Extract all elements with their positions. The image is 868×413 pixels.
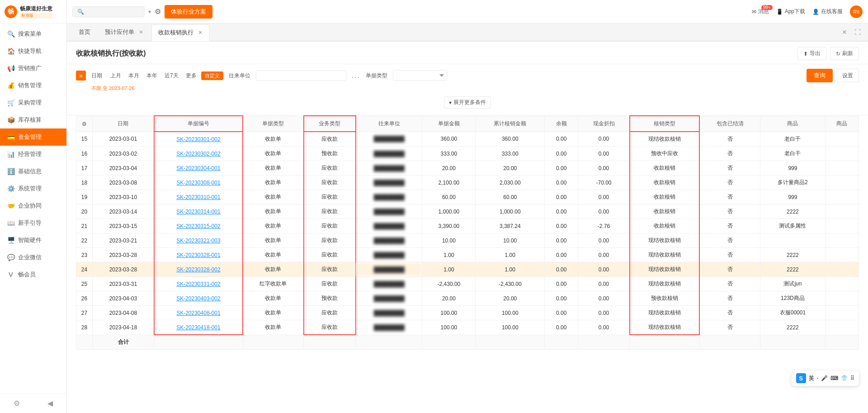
header-gear-icon[interactable]: ⚙ xyxy=(155,7,161,16)
table-cell[interactable]: 应收款 xyxy=(304,204,356,219)
table-cell[interactable]: 预收款 xyxy=(304,147,356,161)
doc-link[interactable]: SK-20230408-001 xyxy=(176,310,220,316)
table-cell[interactable]: SK-20230315-002 xyxy=(154,219,243,233)
table-cell[interactable]: 收款核销 xyxy=(630,219,700,233)
sidebar-item-marketing[interactable]: 📢营销推广 xyxy=(0,60,66,77)
table-cell[interactable]: SK-20230328-001 xyxy=(154,248,243,262)
table-cell[interactable]: 现结收款核销 xyxy=(630,306,700,320)
table-cell[interactable]: 应收款 xyxy=(304,306,356,320)
filter-date-more[interactable]: 更多 xyxy=(183,71,199,81)
filter-custom-btn[interactable]: 自定义 xyxy=(201,71,223,80)
expand-more-btn[interactable]: ▾ 展开更多条件 xyxy=(444,96,491,109)
table-cell[interactable]: SK-20230314-001 xyxy=(154,204,243,219)
table-cell[interactable]: 现结收款核销 xyxy=(630,320,700,335)
table-cell[interactable]: 现结收款核销 xyxy=(630,262,700,277)
service-action[interactable]: 👤 在线客服 xyxy=(812,8,843,15)
doc-link[interactable]: SK-20230308-001 xyxy=(176,180,220,186)
tab-prepay[interactable]: 预计应付单 ✕ xyxy=(99,24,150,41)
table-cell[interactable]: SK-20230302-002 xyxy=(154,147,243,161)
sidebar-item-wechat[interactable]: 💬企业微信 xyxy=(0,249,66,266)
doc-link[interactable]: SK-20230328-001 xyxy=(176,252,220,258)
table-cell[interactable]: 应收款 xyxy=(304,190,356,204)
table-cell[interactable]: SK-20230408-001 xyxy=(154,306,243,320)
tab-home[interactable]: 首页 xyxy=(72,24,97,40)
table-cell[interactable]: 收款核销 xyxy=(630,161,700,176)
doc-link[interactable]: SK-20230418-001 xyxy=(176,324,220,331)
table-cell[interactable]: SK-20230321-003 xyxy=(154,233,243,248)
doc-link[interactable]: SK-20230321-003 xyxy=(176,237,220,244)
filter-toggle-btn[interactable]: » xyxy=(76,71,86,81)
filter-date-this-month[interactable]: 本月 xyxy=(126,71,142,81)
sidebar-item-purchase[interactable]: 🛒采购管理 xyxy=(0,94,66,111)
filter-date-last-month[interactable]: 上月 xyxy=(108,71,124,81)
filter-party-input[interactable] xyxy=(256,70,346,81)
message-action[interactable]: ✉ 消息 99+ xyxy=(752,8,769,15)
table-cell[interactable]: 预收款核销 xyxy=(630,291,700,306)
table-cell[interactable]: 收款核销 xyxy=(630,190,700,204)
doc-link[interactable]: SK-20230331-002 xyxy=(176,281,220,287)
query-button[interactable]: 查询 xyxy=(807,69,833,82)
table-cell[interactable]: 应收款 xyxy=(304,233,356,248)
table-cell[interactable]: 应收款 xyxy=(304,132,356,147)
table-cell[interactable]: SK-20230418-001 xyxy=(154,320,243,335)
table-cell[interactable]: 应收款 xyxy=(304,262,356,277)
table-cell[interactable]: SK-20230304-001 xyxy=(154,161,243,176)
table-cell[interactable]: SK-20230328-002 xyxy=(154,262,243,277)
table-cell[interactable]: 现结收款核销 xyxy=(630,248,700,262)
doc-link[interactable]: SK-20230301-002 xyxy=(176,136,220,142)
doc-link[interactable]: SK-20230403-002 xyxy=(176,295,220,302)
collapse-icon[interactable]: ◀ xyxy=(44,397,57,409)
sidebar-item-member[interactable]: V畅会员 xyxy=(0,266,66,283)
table-cell[interactable]: 应收款 xyxy=(304,277,356,291)
table-cell[interactable]: 应收款 xyxy=(304,161,356,176)
filter-date-7days[interactable]: 近7天 xyxy=(162,71,181,81)
table-cell[interactable]: SK-20230403-002 xyxy=(154,291,243,306)
doc-link[interactable]: SK-20230314-001 xyxy=(176,209,220,215)
table-cell[interactable]: SK-20230331-002 xyxy=(154,277,243,291)
corner-badge-mic[interactable]: 🎤 xyxy=(821,375,828,381)
filter-doc-type-select[interactable] xyxy=(393,70,447,81)
export-button[interactable]: ⬆ 导出 xyxy=(797,47,826,60)
corner-badge-shirt[interactable]: 👕 xyxy=(841,375,848,381)
refresh-button[interactable]: ↻ 刷新 xyxy=(830,47,859,60)
solution-button[interactable]: 体验行业方案 xyxy=(165,5,212,19)
sidebar-item-guide[interactable]: 📖新手引导 xyxy=(0,214,66,232)
doc-link[interactable]: SK-20230328-002 xyxy=(176,266,220,273)
sidebar-item-inventory[interactable]: 📦库存核算 xyxy=(0,111,66,128)
tab-close-all-icon[interactable]: ✕ xyxy=(840,27,849,38)
sidebar-item-finance[interactable]: 💳资金管理 xyxy=(0,128,66,146)
table-cell[interactable]: 收款核销 xyxy=(630,176,700,190)
table-cell[interactable]: 预收中应收 xyxy=(630,147,700,161)
table-cell[interactable]: 现结收款核销 xyxy=(630,132,700,147)
table-cell[interactable]: 应收款 xyxy=(304,320,356,335)
settings-footer-icon[interactable]: ⚙ xyxy=(10,397,24,409)
sidebar-item-sales[interactable]: 💰销售管理 xyxy=(0,77,66,94)
table-cell[interactable]: SK-20230310-001 xyxy=(154,190,243,204)
table-cell[interactable]: 现结收款核销 xyxy=(630,233,700,248)
settings-button[interactable]: 设置 xyxy=(836,69,859,82)
tab-maximize-icon[interactable]: ⛶ xyxy=(853,27,863,38)
table-cell[interactable]: SK-20230301-002 xyxy=(154,132,243,147)
table-cell[interactable]: 应收款 xyxy=(304,176,356,190)
doc-link[interactable]: SK-20230310-001 xyxy=(176,194,220,200)
doc-link[interactable]: SK-20230302-002 xyxy=(176,151,220,157)
header-search[interactable]: 🔍 xyxy=(72,6,145,17)
doc-link[interactable]: SK-20230315-002 xyxy=(176,223,220,229)
filter-date-this-year[interactable]: 本年 xyxy=(144,71,160,81)
user-avatar[interactable]: Rit xyxy=(850,5,863,18)
sidebar-item-quick[interactable]: 🏠快捷导航 xyxy=(0,43,66,60)
sidebar-item-enterprise[interactable]: 🤝企业协同 xyxy=(0,197,66,214)
tab-close-collection[interactable]: ✕ xyxy=(198,29,203,36)
app-download-action[interactable]: 📱 App下载 xyxy=(776,8,805,15)
sidebar-item-operation[interactable]: 📊经营管理 xyxy=(0,146,66,163)
doc-link[interactable]: SK-20230304-001 xyxy=(176,165,220,171)
tab-collection[interactable]: 收款核销执行 ✕ xyxy=(151,24,209,41)
table-cell[interactable]: 收款核销 xyxy=(630,204,700,219)
sidebar-item-hardware[interactable]: 🖥️智能硬件 xyxy=(0,232,66,249)
tab-close-prepay[interactable]: ✕ xyxy=(139,29,143,35)
corner-badge-grid[interactable]: ⠿ xyxy=(850,375,854,381)
table-cell[interactable]: 现结收款核销 xyxy=(630,277,700,291)
sidebar-item-search[interactable]: 🔍搜索菜单 xyxy=(0,25,66,43)
header-chevron-icon[interactable]: ▾ xyxy=(148,9,151,15)
table-cell[interactable]: 应收款 xyxy=(304,219,356,233)
